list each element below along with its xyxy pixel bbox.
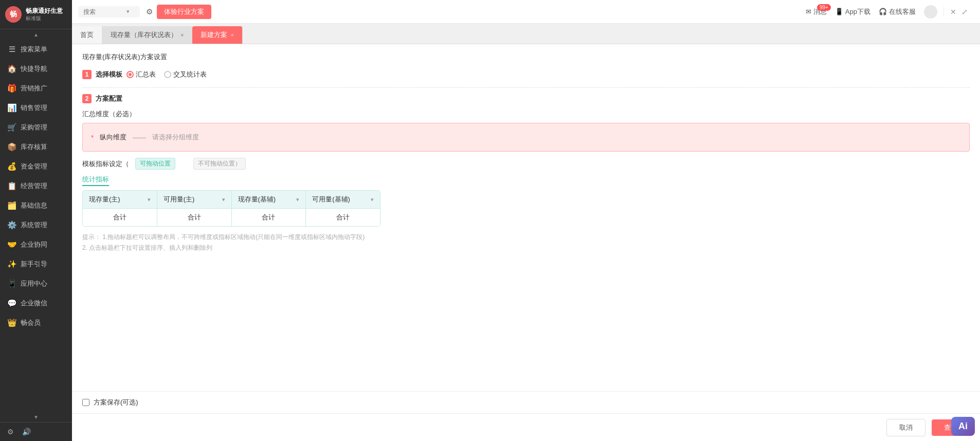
sidebar-item-weixin[interactable]: 💬 企业微信 bbox=[0, 293, 72, 313]
cancel-button[interactable]: 取消 bbox=[886, 419, 925, 436]
col-available-aux-label: 可用量(基辅) bbox=[312, 195, 350, 204]
sidebar-item-label: 系统管理 bbox=[21, 220, 47, 230]
cell-current-main: 合计 bbox=[83, 209, 157, 226]
trial-button[interactable]: 体验行业方案 bbox=[157, 5, 211, 19]
sidebar-item-basics[interactable]: 🗂️ 基础信息 bbox=[0, 196, 72, 215]
sidebar-item-member[interactable]: 👑 畅会员 bbox=[0, 313, 72, 333]
member-icon: 👑 bbox=[7, 318, 16, 327]
ai-badge[interactable]: Ai bbox=[951, 417, 975, 436]
radio-summary-circle bbox=[126, 71, 134, 78]
tab-new-scheme[interactable]: 新建方案 × bbox=[192, 26, 242, 44]
stats-table: 现存量(主) ▾ 可用量(主) ▾ 现存量(基辅) ▾ 可用量(基辅) bbox=[82, 190, 380, 227]
search-input[interactable] bbox=[83, 8, 124, 15]
topbar-gear-icon[interactable]: ⚙ bbox=[146, 7, 153, 16]
sidebar-item-finance[interactable]: 💰 资金管理 bbox=[0, 157, 72, 176]
col-available-aux-dropdown[interactable]: ▾ bbox=[371, 196, 374, 203]
sidebar-item-label: 经营管理 bbox=[21, 181, 47, 191]
tab-inventory-label: 现存量（库存状况表） bbox=[111, 30, 177, 40]
sidebar-item-label: 基础信息 bbox=[21, 201, 47, 210]
section2-title: 方案配置 bbox=[96, 94, 122, 103]
sidebar-item-enterprise[interactable]: 🤝 企业协同 bbox=[0, 235, 72, 254]
app-download-button[interactable]: 📱 App下载 bbox=[835, 7, 870, 16]
sidebar-scroll-down[interactable]: ▼ bbox=[0, 412, 72, 422]
search-dropdown-icon[interactable]: ▾ bbox=[126, 8, 130, 15]
newguide-icon: ✨ bbox=[7, 260, 16, 269]
radio-cross[interactable]: 交叉统计表 bbox=[164, 70, 207, 79]
topbar: ▾ ⚙ 体验行业方案 ✉ 消息 99+ 📱 App下载 🎧 在线客服 bbox=[72, 0, 980, 24]
save-scheme-checkbox[interactable] bbox=[82, 399, 89, 406]
col-current-aux-label: 现存量(基辅) bbox=[238, 195, 276, 204]
sidebar-item-operations[interactable]: 📋 经营管理 bbox=[0, 176, 72, 196]
tab-new-scheme-close[interactable]: × bbox=[230, 32, 233, 38]
system-icon: ⚙️ bbox=[7, 220, 16, 230]
template-radio-group: 汇总表 交叉统计表 bbox=[126, 70, 207, 79]
section-config: 2 方案配置 汇总维度（必选） * 纵向维度 —— 请选择分组维度 模板指标设定… bbox=[82, 94, 970, 252]
radio-cross-circle bbox=[164, 71, 171, 78]
radio-cross-label: 交叉统计表 bbox=[173, 70, 207, 79]
sidebar-item-appcenter[interactable]: 📱 应用中心 bbox=[0, 274, 72, 293]
user-profile[interactable] bbox=[924, 5, 939, 19]
radio-summary[interactable]: 汇总表 bbox=[126, 70, 156, 79]
search-menu-icon: ☰ bbox=[7, 45, 16, 54]
sidebar-item-label: 快捷导航 bbox=[21, 64, 47, 74]
inventory-icon: 📦 bbox=[7, 142, 16, 152]
dim-arrow: —— bbox=[133, 134, 146, 141]
cell-available-main: 合计 bbox=[157, 209, 232, 226]
indicator-row: 模板指标设定（ 可拖动位置 不可拖动位置） bbox=[82, 158, 970, 170]
sidebar-item-label: 应用中心 bbox=[21, 279, 47, 288]
tab-home-label: 首页 bbox=[80, 30, 94, 40]
stats-table-row: 合计 合计 合计 合计 bbox=[83, 208, 380, 226]
action-bar: 取消 查询 bbox=[72, 413, 980, 441]
dim-required-mark: * bbox=[91, 134, 94, 141]
sidebar-scroll-up[interactable]: ▲ bbox=[0, 29, 72, 40]
weixin-icon: 💬 bbox=[7, 299, 16, 308]
quick-nav-icon: 🏠 bbox=[7, 64, 16, 74]
window-controls: ✕ ⤢ bbox=[943, 7, 974, 17]
tab-inventory-status[interactable]: 现存量（库存状况表） × bbox=[102, 26, 192, 44]
sidebar-item-system[interactable]: ⚙️ 系统管理 bbox=[0, 215, 72, 235]
close-icon[interactable]: ✕ bbox=[949, 7, 957, 17]
sidebar-item-search-menu[interactable]: ☰ 搜索菜单 bbox=[0, 40, 72, 59]
col-available-main-label: 可用量(主) bbox=[164, 195, 195, 204]
stats-table-header: 现存量(主) ▾ 可用量(主) ▾ 现存量(基辅) ▾ 可用量(基辅) bbox=[83, 191, 380, 208]
dim-vertical-label: 纵向维度 bbox=[100, 133, 126, 142]
tab-home[interactable]: 首页 bbox=[72, 26, 102, 44]
service-button[interactable]: 🎧 在线客服 bbox=[879, 7, 916, 16]
topbar-search-box[interactable]: ▾ bbox=[78, 6, 140, 17]
section2-num: 2 bbox=[82, 94, 92, 103]
sidebar-item-label: 营销推广 bbox=[21, 84, 47, 93]
tab-inventory-close[interactable]: × bbox=[180, 32, 184, 38]
col-available-aux[interactable]: 可用量(基辅) ▾ bbox=[306, 191, 380, 208]
col-available-main[interactable]: 可用量(主) ▾ bbox=[157, 191, 232, 208]
section-template: 1 选择模板 汇总表 交叉统计表 bbox=[82, 70, 970, 79]
app-label: App下载 bbox=[845, 7, 870, 16]
sidebar-item-quick-nav[interactable]: 🏠 快捷导航 bbox=[0, 59, 72, 79]
sidebar-logo: 畅 畅康通好生意 标准版 bbox=[0, 0, 72, 29]
indicator-label: 模板指标设定（ bbox=[82, 159, 129, 169]
col-current-aux[interactable]: 现存量(基辅) ▾ bbox=[232, 191, 306, 208]
col-current-main-dropdown[interactable]: ▾ bbox=[148, 196, 151, 203]
sidebar-item-marketing[interactable]: 🎁 营销推广 bbox=[0, 79, 72, 98]
divider1 bbox=[82, 87, 970, 88]
sidebar-item-label: 新手引导 bbox=[21, 260, 47, 269]
tip-1: 提示： 1.拖动标题栏可以调整布局，不可跨维度或指标区域拖动(只能在同一维度或指… bbox=[82, 233, 970, 242]
sidebar: 畅 畅康通好生意 标准版 ▲ ☰ 搜索菜单 🏠 快捷导航 🎁 营销推广 📊 销售… bbox=[0, 0, 72, 441]
message-button[interactable]: ✉ 消息 99+ bbox=[806, 7, 827, 16]
service-icon: 🎧 bbox=[879, 8, 887, 15]
col-current-aux-dropdown[interactable]: ▾ bbox=[296, 196, 299, 203]
sidebar-item-inventory[interactable]: 📦 库存核算 bbox=[0, 137, 72, 157]
tips-section: 提示： 1.拖动标题栏可以调整布局，不可跨维度或指标区域拖动(只能在同一维度或指… bbox=[82, 233, 970, 252]
save-scheme-label: 方案保存(可选) bbox=[94, 398, 138, 407]
page-title: 现存量(库存状况表)方案设置 bbox=[82, 52, 970, 62]
col-available-main-dropdown[interactable]: ▾ bbox=[222, 196, 225, 203]
sidebar-bottom: ⚙ 🔊 bbox=[0, 422, 72, 441]
expand-icon[interactable]: ⤢ bbox=[960, 7, 969, 17]
sidebar-item-purchase[interactable]: 🛒 采购管理 bbox=[0, 118, 72, 137]
col-current-main[interactable]: 现存量(主) ▾ bbox=[83, 191, 157, 208]
sound-icon[interactable]: 🔊 bbox=[22, 428, 31, 436]
sidebar-item-sales[interactable]: 📊 销售管理 bbox=[0, 98, 72, 118]
sidebar-item-newguide[interactable]: ✨ 新手引导 bbox=[0, 254, 72, 274]
settings-icon[interactable]: ⚙ bbox=[7, 428, 14, 436]
dimension-row: * 纵向维度 —— 请选择分组维度 bbox=[91, 133, 961, 142]
topbar-right: ✉ 消息 99+ 📱 App下载 🎧 在线客服 bbox=[806, 5, 939, 19]
